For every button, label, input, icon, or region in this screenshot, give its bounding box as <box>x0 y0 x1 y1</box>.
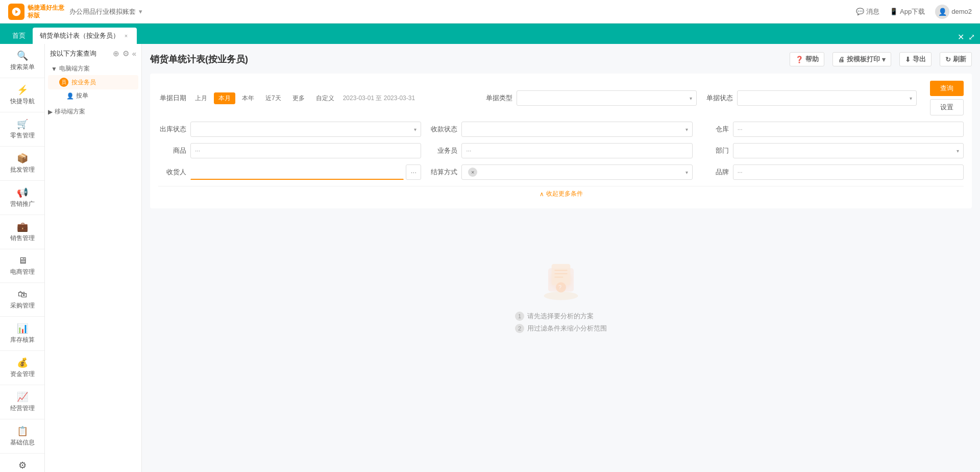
sidebar-item-ecommerce[interactable]: 🖥 电商管理 <box>0 249 44 283</box>
warehouse-select[interactable]: ··· <box>733 122 964 137</box>
logo-area: 畅捷通好生意 标版 <box>8 4 64 20</box>
department-select[interactable]: ▾ <box>733 143 964 158</box>
tabbar: 首页 销货单统计表（按业务员） × ✕ ⤢ <box>0 23 980 44</box>
out-status-select[interactable]: ▾ <box>190 122 421 137</box>
recipient-input[interactable] <box>190 164 404 180</box>
export-button[interactable]: ⬇ 导出 <box>899 52 932 66</box>
app-download-item[interactable]: 📱 App下载 <box>890 7 925 16</box>
collapse-button[interactable]: ∧ 收起更多条件 <box>158 186 964 201</box>
sidebar-item-shortcuts[interactable]: ⚡ 快捷导航 <box>0 78 44 112</box>
settings-button[interactable]: 设置 <box>930 99 964 115</box>
logo-text: 畅捷通好生意 标版 <box>28 4 64 19</box>
svg-rect-2 <box>552 264 571 286</box>
doc-type-select[interactable]: ▾ <box>517 90 696 106</box>
tab-home-label: 首页 <box>12 31 26 40</box>
date-tabs: 上月 本月 本年 近7天 更多 自定义 <box>190 92 339 104</box>
scheme-group-mobile-header[interactable]: ▶ 移动端方案 <box>45 105 141 118</box>
scheme-group-mobile-label: 移动端方案 <box>55 107 85 116</box>
sidebar-item-operations[interactable]: 📈 经营管理 <box>0 385 44 419</box>
sidebar-item-wholesale[interactable]: 📦 批发管理 <box>0 147 44 181</box>
doc-type-control: ▾ <box>517 90 696 106</box>
recipient-dots-btn[interactable]: ··· <box>406 164 421 180</box>
sidebar-item-retail[interactable]: 🛒 零售管理 <box>0 112 44 147</box>
collapse-icon: ∧ <box>540 191 544 198</box>
sidebar-item-marketing[interactable]: 📢 营销推广 <box>0 181 44 215</box>
warehouse-label: 仓库 <box>701 125 729 134</box>
salesperson-control: ··· <box>461 143 692 158</box>
date-tab-this-month[interactable]: 本月 <box>214 92 235 104</box>
operations-icon: 📈 <box>17 391 28 403</box>
payment-method-select[interactable]: × ▾ <box>461 164 692 180</box>
sidebar-item-basic[interactable]: 📋 基础信息 <box>0 419 44 454</box>
brand-select[interactable]: ··· <box>733 164 964 180</box>
date-range-text: 2023-03-01 至 2023-03-31 <box>343 94 415 103</box>
empty-tip-1: 1 请先选择要分析的方案 <box>515 312 607 321</box>
sidebar-item-retail-label: 零售管理 <box>10 131 35 140</box>
filter-doc-status: 单据状态 ▾ <box>705 90 917 106</box>
sidebar-item-purchase[interactable]: 🛍 采购管理 <box>0 283 44 317</box>
goods-select[interactable]: ··· <box>190 143 421 158</box>
date-tab-last-7[interactable]: 近7天 <box>261 92 286 104</box>
tab-home[interactable]: 首页 <box>5 28 33 44</box>
filter-payment-method: 结算方式 × ▾ <box>429 164 692 180</box>
sidebar-item-sales[interactable]: 💼 销售管理 <box>0 215 44 249</box>
date-filter-control: 上月 本月 本年 近7天 更多 自定义 2023-03-01 至 2023-03… <box>190 92 476 104</box>
out-status-control: ▾ <box>190 122 421 137</box>
sidebar-item-sales-label: 销售管理 <box>10 234 35 243</box>
date-tab-this-year[interactable]: 本年 <box>237 92 259 104</box>
doc-status-select[interactable]: ▾ <box>737 90 917 106</box>
filter-out-status: 出库状态 ▾ <box>158 122 421 137</box>
settings-scheme-icon[interactable]: ⚙ <box>122 49 129 58</box>
sidebar-item-inventory[interactable]: 📊 库存核算 <box>0 317 44 351</box>
add-scheme-icon[interactable]: ⊕ <box>113 49 119 58</box>
department-label: 部门 <box>701 146 729 155</box>
avatar: 👤 <box>935 5 949 19</box>
sidebar-item-finance[interactable]: 💰 资金管理 <box>0 351 44 385</box>
tab-sales-report[interactable]: 销货单统计表（按业务员） × <box>33 28 137 44</box>
filter-goods: 商品 ··· <box>158 143 421 158</box>
filter-section: 单据日期 上月 本月 本年 近7天 更多 自定义 20 <box>150 74 972 208</box>
main-layout: 🔍 搜索菜单 ⚡ 快捷导航 🛒 零售管理 📦 批发管理 📢 营销推广 💼 销售管… <box>0 44 980 472</box>
left-panel: 按以下方案查询 ⊕ ⚙ « ▼ 电脑端方案 员 按业务员 👤 <box>45 44 142 472</box>
user-item[interactable]: 👤 demo2 <box>935 5 972 19</box>
scheme-item-by-order[interactable]: 👤 按单 <box>48 89 138 102</box>
print-dropdown-icon: ▾ <box>882 56 886 63</box>
collapse-panel-icon[interactable]: « <box>132 49 136 58</box>
doc-type-label: 单据类型 <box>484 93 512 103</box>
template-print-button[interactable]: 🖨 按模板打印 ▾ <box>832 52 891 66</box>
query-button[interactable]: 查询 <box>930 81 964 96</box>
sidebar-item-marketing-label: 营销推广 <box>10 200 35 208</box>
receipt-status-select[interactable]: ▾ <box>461 122 692 137</box>
tab-expand-icon[interactable]: ⤢ <box>968 32 975 42</box>
sidebar-item-search[interactable]: 🔍 搜索菜单 <box>0 44 44 78</box>
scheme-group-desktop-header[interactable]: ▼ 电脑端方案 <box>48 62 138 75</box>
filter-row-1: 单据日期 上月 本月 本年 近7天 更多 自定义 20 <box>158 81 964 115</box>
payment-tag-close[interactable]: × <box>468 168 477 177</box>
warehouse-dots: ··· <box>738 126 743 133</box>
system-icon: ⚙ <box>18 460 27 471</box>
sidebar-item-system[interactable]: ⚙ 系统管理 <box>0 454 44 472</box>
template-print-label: 按模板打印 <box>847 55 880 64</box>
filter-recipient: 收货人 ··· <box>158 164 421 180</box>
tab-close-icon[interactable]: × <box>122 32 130 39</box>
scheme-item-by-order-label: 按单 <box>76 91 88 100</box>
warehouse-control: ··· <box>733 122 964 137</box>
salesperson-select[interactable]: ··· <box>461 143 692 158</box>
refresh-button[interactable]: ↻ 刷新 <box>940 52 972 66</box>
panel-header-actions: ⊕ ⚙ « <box>113 49 136 58</box>
page-title: 销货单统计表(按业务员) <box>150 53 248 65</box>
tab-close-all-icon[interactable]: ✕ <box>958 32 964 42</box>
filter-doc-type: 单据类型 ▾ <box>484 90 696 106</box>
breadcrumb[interactable]: 办公用品行业模拟账套 ▾ <box>69 7 142 16</box>
message-item[interactable]: 💬 消息 <box>856 7 879 16</box>
recipient-control: ··· <box>190 164 421 180</box>
date-tab-more[interactable]: 更多 <box>288 92 309 104</box>
help-button[interactable]: ❓ 帮助 <box>790 52 824 66</box>
date-tab-custom[interactable]: 自定义 <box>311 92 339 104</box>
date-tab-last-month[interactable]: 上月 <box>190 92 212 104</box>
scheme-item-by-salesperson[interactable]: 员 按业务员 <box>48 75 138 89</box>
out-status-label: 出库状态 <box>158 125 186 134</box>
brand-label: 品牌 <box>701 168 729 177</box>
breadcrumb-dropdown-icon[interactable]: ▾ <box>139 8 142 15</box>
help-label: 帮助 <box>805 55 819 64</box>
